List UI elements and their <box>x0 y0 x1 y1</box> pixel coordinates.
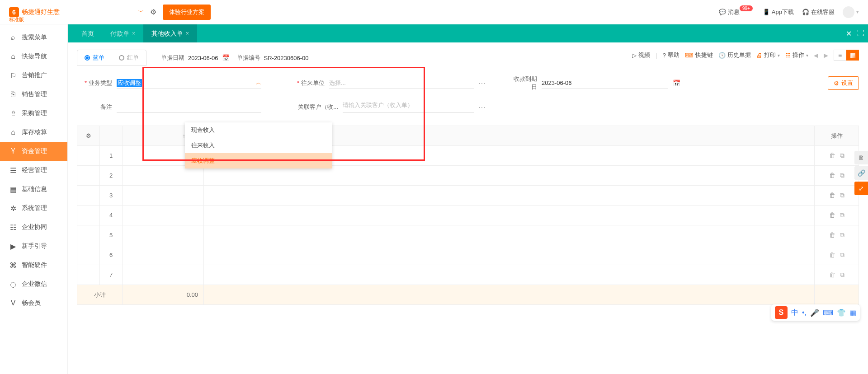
sidebar-item[interactable]: ☰经营管理 <box>0 161 67 180</box>
history-button[interactable]: 🕓历史单据 <box>718 51 751 59</box>
support-button[interactable]: 🎧 在线客服 <box>802 8 835 16</box>
biztype-select[interactable]: 应收调整 ︿ <box>117 77 261 89</box>
user-avatar[interactable]: ▾ <box>843 6 859 18</box>
sidebar-item[interactable]: ⇪采购管理 <box>0 104 67 123</box>
prev-icon[interactable]: ◀ <box>814 52 818 59</box>
ime-mic-icon[interactable]: 🎤 <box>810 309 819 317</box>
table-row[interactable]: 2🗑⧉ <box>77 166 859 186</box>
delete-icon[interactable]: 🗑 <box>829 211 835 219</box>
row-index: 3 <box>100 186 123 206</box>
sidebar-item[interactable]: ⚐营销推广 <box>0 66 67 85</box>
sidebar-icon: ⇪ <box>9 109 17 117</box>
row-index: 2 <box>100 166 123 186</box>
row-amount[interactable] <box>123 265 204 285</box>
table-row[interactable]: 4🗑⧉ <box>77 206 859 225</box>
tab[interactable]: 付款单× <box>102 24 143 42</box>
copy-icon[interactable]: ⧉ <box>840 271 844 278</box>
remark-input[interactable] <box>117 101 261 113</box>
gear-icon[interactable]: ⚙ <box>150 8 156 16</box>
sidebar-item[interactable]: ⌕搜索菜单 <box>0 28 67 47</box>
delete-icon[interactable]: 🗑 <box>829 271 835 278</box>
sidebar-item[interactable]: ☷企业协同 <box>0 218 67 237</box>
org-selector[interactable]: ﹀ <box>81 8 144 16</box>
copy-icon[interactable]: ⧉ <box>840 172 844 179</box>
dropdown-item[interactable]: 应收调整 <box>185 153 332 168</box>
sidebar-item[interactable]: ¥资金管理 <box>0 142 67 161</box>
messages-button[interactable]: 💬 消息 99+ <box>719 8 755 16</box>
close-all-icon[interactable]: ✕ <box>846 29 852 38</box>
due-date-input[interactable]: 2023-06-06 <box>542 77 668 89</box>
next-icon[interactable]: ▶ <box>824 52 828 59</box>
table-row[interactable]: 3🗑⧉ <box>77 186 859 206</box>
shortcut-button[interactable]: ⌨快捷键 <box>685 51 713 59</box>
redtab[interactable]: 红单 <box>112 50 146 65</box>
settings-button[interactable]: ⚙ 设置 <box>828 76 859 90</box>
print-button[interactable]: 🖨打印▾ <box>756 51 780 59</box>
more-icon[interactable]: ⋯ <box>478 103 486 112</box>
delete-icon[interactable]: 🗑 <box>829 192 835 199</box>
float-tab-3[interactable]: ⤢ <box>854 182 868 195</box>
sidebar-item[interactable]: ▤基础信息 <box>0 180 67 199</box>
tab[interactable]: 其他收入单× <box>143 24 197 42</box>
close-icon[interactable]: × <box>132 24 135 42</box>
row-amount[interactable] <box>123 225 204 245</box>
view-card-button[interactable]: ▦ <box>846 50 859 61</box>
sidebar-item[interactable]: V畅会员 <box>0 294 67 313</box>
delete-icon[interactable]: 🗑 <box>829 231 835 238</box>
row-amount[interactable] <box>123 166 204 186</box>
copy-icon[interactable]: ⧉ <box>840 152 844 159</box>
headset-icon: 🎧 <box>802 9 809 15</box>
sidebar-item[interactable]: ✲系统管理 <box>0 199 67 218</box>
expand-icon[interactable]: ⛶ <box>857 29 864 38</box>
row-amount[interactable] <box>123 206 204 225</box>
row-amount[interactable] <box>123 186 204 206</box>
ime-lang[interactable]: 中 <box>791 308 798 318</box>
row-index: 5 <box>100 225 123 245</box>
sidebar-item[interactable]: ⌘智能硬件 <box>0 256 67 275</box>
help-button[interactable]: ?帮助 <box>663 51 679 59</box>
calendar-icon[interactable]: 📅 <box>673 79 680 87</box>
close-icon[interactable]: × <box>186 24 189 42</box>
sidebar-item[interactable]: ⌂库存核算 <box>0 123 67 142</box>
ime-toolbar[interactable]: S 中 •, 🎤 ⌨ 👕 ▦ <box>771 304 860 321</box>
table-row[interactable]: 6🗑⧉ <box>77 245 859 265</box>
try-industry-button[interactable]: 体验行业方案 <box>163 5 211 20</box>
more-icon[interactable]: ⋯ <box>478 79 486 88</box>
sidebar-item[interactable]: ⌂快捷导航 <box>0 47 67 66</box>
bluetab[interactable]: 蓝单 <box>77 50 112 65</box>
party-select[interactable]: 选择... <box>329 77 474 89</box>
row-amount[interactable] <box>123 245 204 265</box>
delete-icon[interactable]: 🗑 <box>829 172 835 179</box>
dropdown-item[interactable]: 现金收入 <box>185 122 332 138</box>
float-tab-2[interactable]: 🔗 <box>854 166 868 180</box>
phone-icon: 📱 <box>763 9 770 15</box>
ime-skin-icon[interactable]: 👕 <box>837 309 846 317</box>
video-button[interactable]: ▷视频 <box>632 51 650 59</box>
float-tab-1[interactable]: 🗎 <box>854 151 868 164</box>
calendar-icon[interactable]: 📅 <box>222 54 230 61</box>
ime-menu-icon[interactable]: ▦ <box>849 309 856 317</box>
sidebar-item[interactable]: ⎘销售管理 <box>0 85 67 104</box>
delete-icon[interactable]: 🗑 <box>829 251 835 258</box>
table-row[interactable]: 7🗑⧉ <box>77 265 859 285</box>
operate-button[interactable]: ☷操作▾ <box>785 51 808 59</box>
copy-icon[interactable]: ⧉ <box>840 211 844 219</box>
app-download-button[interactable]: 📱 App下载 <box>763 8 794 16</box>
table-row[interactable]: 5🗑⧉ <box>77 225 859 245</box>
doc-date-value[interactable]: 2023-06-06 <box>188 55 218 61</box>
copy-icon[interactable]: ⧉ <box>840 192 844 199</box>
sidebar-item[interactable]: ◌企业微信 <box>0 275 67 294</box>
ime-keyboard-icon[interactable]: ⌨ <box>823 309 833 317</box>
ime-punct-icon[interactable]: •, <box>802 309 807 317</box>
view-list-button[interactable]: ≡ <box>834 50 846 61</box>
history-icon: 🕓 <box>718 52 726 59</box>
radio-icon <box>119 55 124 61</box>
table-config-button[interactable]: ⚙ <box>77 126 100 146</box>
tab[interactable]: 首页 <box>73 24 102 42</box>
copy-icon[interactable]: ⧉ <box>840 231 844 238</box>
dropdown-item[interactable]: 往来收入 <box>185 138 332 153</box>
delete-icon[interactable]: 🗑 <box>829 152 835 159</box>
relcust-input[interactable]: 请输入关联客户（收入单） <box>343 101 474 113</box>
copy-icon[interactable]: ⧉ <box>840 251 844 258</box>
sidebar-item[interactable]: ▶新手引导 <box>0 237 67 256</box>
